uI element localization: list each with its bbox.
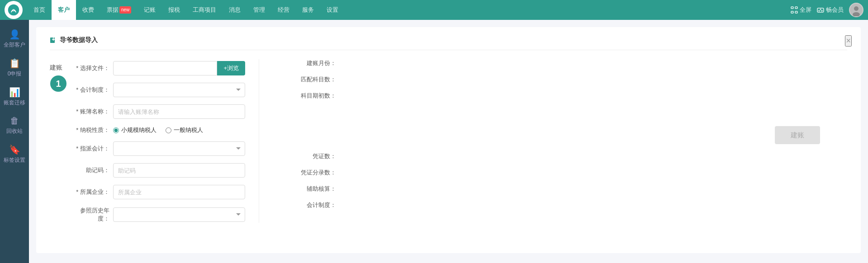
file-input[interactable] bbox=[113, 61, 217, 75]
form-layout: 建账 1 * 选择文件： +浏览 bbox=[50, 59, 847, 223]
right-panel: 建账月份： 匹配科目数： 科目期初数： 建账 bbox=[273, 59, 847, 223]
voucher-entries-row: 凭证分录数： bbox=[291, 169, 847, 177]
accounting-system-label: * 会计制度： bbox=[73, 86, 109, 94]
svg-rect-3 bbox=[795, 7, 797, 9]
assign-accountant-select[interactable] bbox=[113, 141, 245, 156]
close-button[interactable]: × bbox=[845, 35, 852, 47]
migration-icon: 📊 bbox=[9, 87, 20, 98]
sidebar-item-label: 全部客户 bbox=[4, 41, 25, 49]
nav-item-business[interactable]: 工商项目 bbox=[186, 0, 223, 20]
sidebar: 👤 全部客户 📋 0申报 📊 账套迁移 🗑 回收站 🔖 标签设置 bbox=[0, 20, 29, 263]
step-badge: 1 bbox=[50, 75, 66, 92]
initial-subjects-row: 科目期初数： bbox=[291, 92, 847, 100]
nav-item-home[interactable]: 首页 bbox=[27, 0, 52, 20]
file-select-row: * 选择文件： +浏览 bbox=[73, 61, 245, 75]
tags-icon: 🔖 bbox=[9, 144, 20, 155]
declaration-icon: 📋 bbox=[9, 58, 20, 69]
vip-button[interactable]: 畅会员 bbox=[817, 6, 844, 14]
tax-option2-radio[interactable] bbox=[166, 127, 171, 133]
file-input-group: +浏览 bbox=[113, 61, 245, 75]
nav-item-clients[interactable]: 客户 bbox=[52, 0, 76, 20]
step-label: 建账 bbox=[50, 61, 62, 72]
form-left: 建账 1 * 选择文件： +浏览 bbox=[50, 59, 245, 223]
sidebar-item-label: 标签设置 bbox=[4, 156, 25, 164]
nav-items: 首页 客户 收费 票据 new 记账 报税 工商项目 消息 管理 经营 服务 设… bbox=[27, 0, 791, 20]
belongs-company-input[interactable] bbox=[113, 185, 245, 199]
accounting-system-select[interactable] bbox=[113, 83, 245, 97]
fullscreen-label: 全屏 bbox=[800, 6, 811, 14]
right-accounting-system-label: 会计制度： bbox=[291, 201, 336, 209]
history-year-select[interactable] bbox=[113, 207, 245, 222]
vouchers-row: 凭证数： bbox=[291, 152, 847, 160]
voucher-entries-label: 凭证分录数： bbox=[291, 169, 336, 177]
nav-item-tax[interactable]: 报税 bbox=[162, 0, 186, 20]
history-year-row: 参照历史年度： bbox=[73, 207, 245, 223]
main-layout: 👤 全部客户 📋 0申报 📊 账套迁移 🗑 回收站 🔖 标签设置 bbox=[0, 20, 868, 263]
tax-type-row: * 纳税性质： 小规模纳税人 一般纳税人 bbox=[73, 126, 245, 134]
nav-item-settings[interactable]: 设置 bbox=[320, 0, 345, 20]
nav-item-services[interactable]: 服务 bbox=[296, 0, 320, 20]
sidebar-item-label: 0申报 bbox=[8, 70, 22, 78]
tax-type-label: * 纳税性质： bbox=[73, 126, 109, 134]
nav-item-messages[interactable]: 消息 bbox=[223, 0, 247, 20]
ledger-name-row: * 账簿名称： bbox=[73, 104, 245, 119]
aux-accounting-label: 辅助核算： bbox=[291, 185, 336, 193]
recycle-icon: 🗑 bbox=[10, 116, 19, 126]
vip-label: 畅会员 bbox=[826, 6, 844, 14]
form-divider bbox=[259, 59, 259, 223]
fullscreen-button[interactable]: 全屏 bbox=[791, 6, 811, 14]
match-subjects-label: 匹配科目数： bbox=[291, 75, 336, 84]
form-fields: * 选择文件： +浏览 * 会计制度： bbox=[73, 61, 245, 223]
new-badge: new bbox=[119, 6, 131, 14]
nav-item-operations[interactable]: 经营 bbox=[271, 0, 296, 20]
sidebar-item-label: 回收站 bbox=[6, 127, 23, 135]
tax-radio-group: 小规模纳税人 一般纳税人 bbox=[113, 126, 203, 134]
memo-code-input[interactable] bbox=[113, 163, 245, 178]
sidebar-item-label: 账套迁移 bbox=[4, 99, 25, 107]
main-content: 导爷数据导入 × 建账 1 * 选择文 bbox=[29, 20, 868, 263]
assign-accountant-row: * 指派会计： bbox=[73, 141, 245, 156]
dialog-header: 导爷数据导入 × bbox=[50, 36, 847, 50]
tax-option1-label[interactable]: 小规模纳税人 bbox=[113, 126, 157, 134]
clients-icon: 👤 bbox=[9, 29, 20, 40]
import-icon bbox=[50, 37, 57, 44]
initial-subjects-label: 科目期初数： bbox=[291, 92, 336, 100]
sidebar-item-account-migration[interactable]: 📊 账套迁移 bbox=[0, 82, 29, 111]
memo-code-label: 助记码： bbox=[73, 166, 109, 174]
browse-button[interactable]: +浏览 bbox=[217, 61, 245, 75]
belongs-company-row: * 所属企业： bbox=[73, 185, 245, 199]
belongs-company-label: * 所属企业： bbox=[73, 188, 109, 196]
user-avatar[interactable] bbox=[849, 3, 863, 17]
nav-item-bookkeeping[interactable]: 记账 bbox=[138, 0, 162, 20]
svg-point-8 bbox=[854, 6, 859, 11]
sidebar-item-declaration[interactable]: 📋 0申报 bbox=[0, 53, 29, 82]
aux-accounting-row: 辅助核算： bbox=[291, 185, 847, 193]
sidebar-item-tags[interactable]: 🔖 标签设置 bbox=[0, 140, 29, 169]
file-label: * 选择文件： bbox=[73, 64, 109, 72]
svg-rect-4 bbox=[791, 11, 793, 13]
tax-option1-radio[interactable] bbox=[113, 127, 119, 133]
sidebar-item-all-clients[interactable]: 👤 全部客户 bbox=[0, 24, 29, 53]
sidebar-item-recycle[interactable]: 🗑 回收站 bbox=[0, 111, 29, 140]
top-nav-right: 全屏 畅会员 bbox=[791, 3, 863, 17]
history-year-label: 参照历史年度： bbox=[73, 207, 109, 223]
build-account-button[interactable]: 建账 bbox=[775, 126, 820, 144]
nav-item-fees[interactable]: 收费 bbox=[76, 0, 100, 20]
tax-option2-label[interactable]: 一般纳税人 bbox=[166, 126, 203, 134]
logo[interactable] bbox=[5, 1, 23, 19]
nav-item-invoices[interactable]: 票据 new bbox=[100, 0, 138, 20]
assign-accountant-label: * 指派会计： bbox=[73, 145, 109, 153]
accounting-system-row: * 会计制度： bbox=[73, 83, 245, 97]
svg-rect-5 bbox=[795, 11, 797, 13]
match-subjects-row: 匹配科目数： bbox=[291, 75, 847, 84]
memo-code-row: 助记码： bbox=[73, 163, 245, 178]
build-month-label: 建账月份： bbox=[291, 59, 336, 67]
nav-item-manage[interactable]: 管理 bbox=[247, 0, 271, 20]
right-accounting-system-row: 会计制度： bbox=[291, 201, 847, 209]
ledger-name-input[interactable] bbox=[113, 104, 245, 119]
ledger-name-label: * 账簿名称： bbox=[73, 108, 109, 116]
svg-rect-10 bbox=[50, 38, 55, 43]
import-dialog: 导爷数据导入 × 建账 1 * 选择文 bbox=[36, 27, 861, 253]
vouchers-label: 凭证数： bbox=[291, 152, 336, 160]
svg-rect-2 bbox=[791, 7, 793, 9]
